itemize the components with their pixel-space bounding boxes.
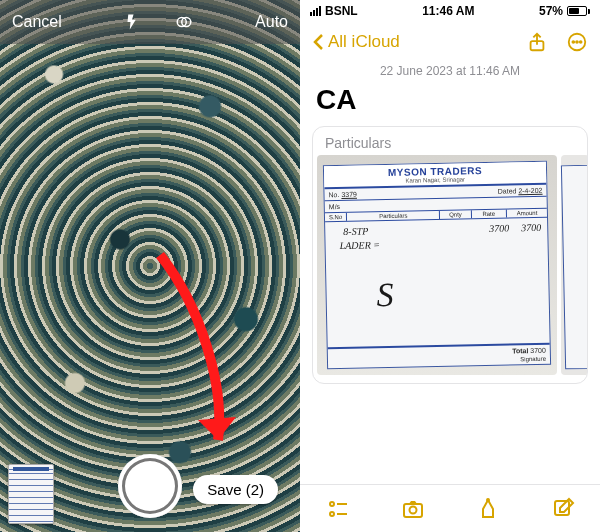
scanned-page-1[interactable]: MYSON TRADERS Karan Nagar, Srinagar No. … (317, 155, 557, 375)
flash-icon[interactable] (121, 11, 143, 33)
receipt-total-label: Total (512, 347, 528, 354)
svg-point-5 (572, 41, 574, 43)
note-title[interactable]: CA (300, 84, 600, 116)
svg-point-7 (580, 41, 582, 43)
camera-icon (401, 497, 425, 521)
camera-button[interactable] (400, 496, 426, 522)
shutter-button[interactable] (118, 454, 182, 518)
svg-point-10 (330, 512, 334, 516)
receipt-no-label: No. (328, 191, 339, 198)
svg-point-6 (576, 41, 578, 43)
share-icon (526, 31, 548, 53)
receipt-date-label: Dated (498, 187, 517, 194)
receipt-total-value: 3700 (530, 347, 546, 354)
receipt-amount: 3700 (521, 222, 541, 233)
battery-percent: 57% (539, 4, 563, 18)
cancel-button[interactable]: Cancel (12, 13, 62, 31)
svg-point-13 (409, 506, 416, 513)
filter-icon[interactable] (173, 11, 195, 33)
notes-toolbar (300, 484, 600, 532)
checklist-icon (326, 497, 350, 521)
attachment-label: Particulars (313, 127, 587, 155)
save-button[interactable]: Save (2) (193, 475, 278, 504)
camera-viewfinder (0, 0, 300, 532)
chevron-left-icon (312, 33, 324, 51)
camera-topbar: Cancel Auto (0, 0, 300, 44)
ellipsis-circle-icon (566, 31, 588, 53)
signal-icon (310, 6, 321, 16)
checklist-button[interactable] (325, 496, 351, 522)
share-button[interactable] (526, 31, 548, 53)
receipt-line2: LADER = (339, 239, 380, 251)
col-rate: Rate (471, 210, 507, 219)
carrier-label: BSNL (325, 4, 358, 18)
auto-mode-button[interactable]: Auto (255, 13, 288, 31)
compose-button[interactable] (550, 496, 576, 522)
battery-icon (567, 6, 590, 16)
scan-thumbnail[interactable] (8, 464, 54, 524)
col-qty: Qnty (440, 210, 471, 219)
scan-camera-screen: Cancel Auto Save (2) (0, 0, 300, 532)
receipt-no-value: 3379 (341, 191, 357, 198)
status-bar: BSNL 11:46 AM 57% (300, 0, 600, 22)
compose-icon (551, 497, 575, 521)
attachment-card[interactable]: Particulars MYSON TRADERS Karan Nagar, S… (312, 126, 588, 384)
receipt-ms-label: M/s (329, 203, 340, 210)
col-amount: Amount (507, 209, 547, 218)
note-timestamp: 22 June 2023 at 11:46 AM (300, 64, 600, 78)
receipt-line1: 8-STP (343, 225, 368, 237)
back-label: All iCloud (328, 32, 400, 52)
clock: 11:46 AM (422, 4, 474, 18)
receipt: MYSON TRADERS Karan Nagar, Srinagar No. … (323, 161, 551, 370)
back-button[interactable]: All iCloud (312, 32, 400, 52)
receipt-date-value: 2-4-202 (518, 187, 542, 195)
notes-screen: BSNL 11:46 AM 57% All iCloud 22 (300, 0, 600, 532)
svg-point-14 (487, 499, 489, 501)
markup-button[interactable] (475, 496, 501, 522)
receipt-rate: 3700 (489, 222, 509, 233)
pencil-tip-icon (476, 497, 500, 521)
nav-bar: All iCloud (300, 22, 600, 62)
scanned-page-2[interactable] (561, 155, 587, 375)
svg-point-8 (330, 502, 334, 506)
col-sno: S.No (325, 213, 347, 221)
more-button[interactable] (566, 31, 588, 53)
